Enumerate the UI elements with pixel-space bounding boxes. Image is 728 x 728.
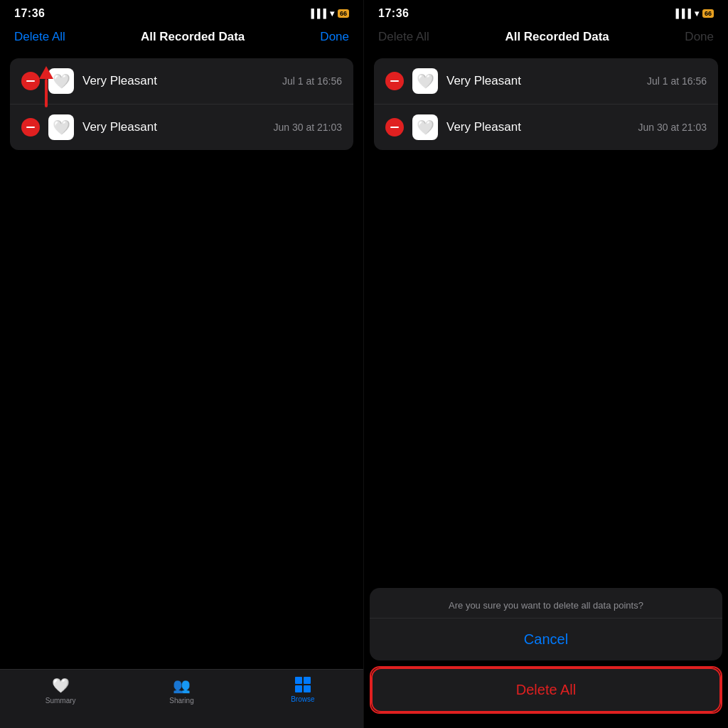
item-date-right-1: Jul 1 at 16:56 bbox=[647, 75, 707, 87]
status-bar-left: 17:36 ▐▐▐ ▾ 66 bbox=[0, 0, 363, 24]
status-bar-right: 17:36 ▐▐▐ ▾ 66 bbox=[364, 0, 728, 24]
item-icon-right-1: 🤍 bbox=[412, 68, 438, 94]
list-item-right-1[interactable]: 🤍 Very Pleasant Jul 1 at 16:56 bbox=[374, 58, 718, 104]
wifi-icon: ▾ bbox=[330, 9, 334, 18]
item-name-right-1: Very Pleasant bbox=[446, 74, 521, 88]
people-icon: 👥 bbox=[173, 677, 191, 694]
battery-badge-left: 66 bbox=[338, 9, 349, 18]
tab-browse[interactable]: Browse bbox=[242, 677, 363, 703]
item-date-right-2: Jun 30 at 21:03 bbox=[638, 122, 707, 133]
item-row-1: Very Pleasant Jul 1 at 16:56 bbox=[82, 74, 342, 88]
item-name-2: Very Pleasant bbox=[82, 120, 157, 134]
delete-item-button-right-1[interactable] bbox=[385, 72, 404, 90]
left-panel: 17:36 ▐▐▐ ▾ 66 Delete All All Recorded D… bbox=[0, 0, 364, 728]
action-sheet-message: Are you sure you want to delete all data… bbox=[370, 588, 722, 619]
battery-badge-right: 66 bbox=[702, 9, 714, 18]
arrow-head bbox=[39, 66, 53, 79]
list-item[interactable]: 🤍 Very Pleasant Jul 1 at 16:56 bbox=[10, 58, 353, 104]
item-icon-2: 🤍 bbox=[48, 114, 74, 140]
status-time-left: 17:36 bbox=[14, 7, 45, 20]
delete-item-button-1[interactable] bbox=[21, 72, 40, 90]
arrow-shaft bbox=[45, 79, 48, 107]
nav-bar-right: Delete All All Recorded Data Done bbox=[364, 24, 728, 51]
item-name-right-2: Very Pleasant bbox=[446, 120, 521, 134]
item-row-right-2: Very Pleasant Jun 30 at 21:03 bbox=[446, 120, 707, 134]
delete-all-dimmed: Delete All bbox=[378, 30, 429, 44]
list-item[interactable]: 🤍 Very Pleasant Jun 30 at 21:03 bbox=[10, 104, 353, 150]
signal-icon-right: ▐▐▐ bbox=[673, 9, 691, 18]
right-panel: 17:36 ▐▐▐ ▾ 66 Delete All All Recorded D… bbox=[364, 0, 728, 728]
tab-sharing[interactable]: 👥 Sharing bbox=[121, 677, 242, 705]
arrow-annotation bbox=[39, 68, 53, 107]
tab-browse-label: Browse bbox=[291, 695, 314, 703]
destructive-wrapper: Delete All bbox=[370, 666, 722, 714]
status-time-right: 17:36 bbox=[378, 7, 409, 20]
list-item-right-2[interactable]: 🤍 Very Pleasant Jun 30 at 21:03 bbox=[374, 104, 718, 150]
item-row-2: Very Pleasant Jun 30 at 21:03 bbox=[82, 120, 342, 134]
recorded-data-list-right: 🤍 Very Pleasant Jul 1 at 16:56 🤍 Very Pl… bbox=[374, 58, 718, 150]
item-icon-right-2: 🤍 bbox=[412, 114, 438, 140]
tab-summary[interactable]: 🤍 Summary bbox=[0, 677, 121, 705]
wifi-icon-right: ▾ bbox=[695, 9, 699, 18]
delete-item-button-2[interactable] bbox=[21, 118, 40, 136]
item-date-2: Jun 30 at 21:03 bbox=[273, 122, 342, 133]
tab-summary-label: Summary bbox=[46, 697, 76, 705]
tab-bar-left: 🤍 Summary 👥 Sharing Browse bbox=[0, 669, 363, 728]
nav-bar-left: Delete All All Recorded Data Done bbox=[0, 24, 363, 51]
status-icons-left: ▐▐▐ ▾ 66 bbox=[308, 9, 349, 18]
delete-item-button-right-2[interactable] bbox=[385, 118, 404, 136]
item-date-1: Jul 1 at 16:56 bbox=[282, 75, 342, 87]
action-sheet: Are you sure you want to delete all data… bbox=[370, 588, 722, 660]
grid-icon bbox=[295, 677, 311, 692]
delete-all-button-left[interactable]: Delete All bbox=[14, 30, 65, 44]
nav-title-right: All Recorded Data bbox=[505, 30, 609, 44]
status-icons-right: ▐▐▐ ▾ 66 bbox=[673, 9, 714, 18]
item-name-1: Very Pleasant bbox=[82, 74, 157, 88]
recorded-data-list-left: 🤍 Very Pleasant Jul 1 at 16:56 🤍 Very Pl… bbox=[10, 58, 353, 150]
delete-all-confirm-button[interactable]: Delete All bbox=[371, 668, 721, 712]
done-dimmed: Done bbox=[685, 30, 714, 44]
signal-icon: ▐▐▐ bbox=[308, 9, 326, 18]
cancel-button[interactable]: Cancel bbox=[370, 619, 722, 660]
action-sheet-overlay: Are you sure you want to delete all data… bbox=[364, 588, 728, 728]
nav-title-left: All Recorded Data bbox=[141, 30, 245, 44]
item-row-right-1: Very Pleasant Jul 1 at 16:56 bbox=[446, 74, 707, 88]
tab-sharing-label: Sharing bbox=[169, 697, 193, 705]
heart-icon: 🤍 bbox=[52, 677, 70, 694]
done-button-left[interactable]: Done bbox=[320, 30, 349, 44]
